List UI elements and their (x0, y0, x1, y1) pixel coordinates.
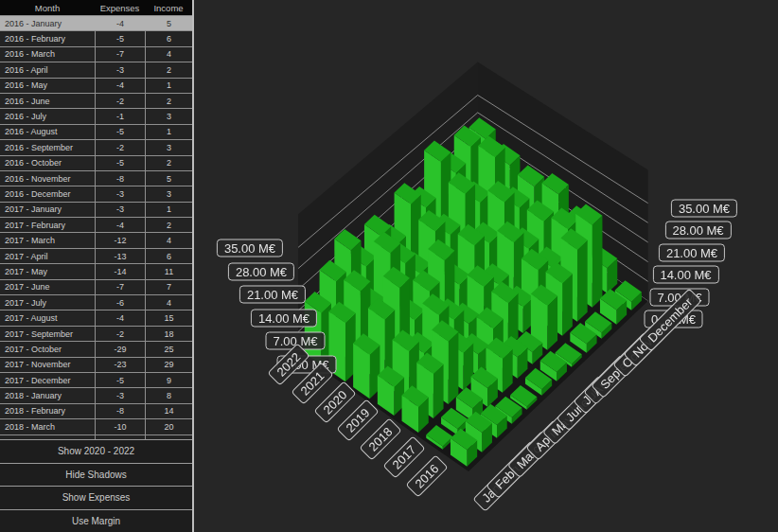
expenses-cell: -8 (95, 171, 145, 186)
table-row[interactable]: 2016 - April-32 (0, 62, 192, 78)
table-body: 2016 - January-452016 - February-562016 … (0, 16, 192, 439)
table-row[interactable]: 2016 - September-23 (0, 140, 192, 155)
table-row[interactable]: 2017 - December-59 (0, 373, 192, 388)
income-cell: 5 (145, 16, 192, 30)
expenses-cell: -5 (95, 31, 145, 45)
table-row[interactable]: 2018 - March-1020 (0, 419, 192, 434)
table-row[interactable]: 2018 - January-38 (0, 388, 192, 403)
expenses-cell: -6 (95, 295, 145, 310)
expenses-cell: -12 (95, 233, 145, 247)
value-axis-label-right: 35.00 M€ (671, 200, 737, 218)
table-row[interactable]: 2016 - October-52 (0, 156, 192, 171)
table-row[interactable]: 2017 - March-124 (0, 233, 192, 248)
expenses-cell: -3 (95, 62, 145, 77)
expenses-cell: -2 (95, 94, 145, 108)
value-axis-label-left: 21.00 M€ (239, 286, 306, 304)
income-cell: 9 (145, 373, 192, 387)
table-row[interactable]: 2017 - August-415 (0, 310, 192, 326)
income-cell: 8 (145, 388, 192, 402)
month-cell: 2016 - May (0, 79, 95, 93)
col-header-month: Month (0, 3, 95, 13)
expenses-cell: -5 (95, 125, 145, 139)
table-row[interactable]: 2016 - November-85 (0, 171, 192, 186)
month-cell: 2016 - November (0, 171, 95, 186)
table-row[interactable]: 2017 - July-64 (0, 295, 192, 310)
col-header-expenses: Expenses (95, 3, 145, 13)
expenses-cell: -3 (95, 388, 145, 402)
use-margin-button[interactable]: Use Margin (0, 509, 192, 532)
month-cell: 2016 - December (0, 186, 95, 201)
month-cell: 2018 - January (0, 388, 95, 402)
month-cell: 2017 - April (0, 249, 95, 263)
month-cell: 2016 - August (0, 125, 95, 139)
month-cell: 2017 - February (0, 218, 95, 232)
income-cell: 1 (145, 203, 192, 217)
table-row[interactable]: 2017 - February-42 (0, 218, 192, 233)
table-row[interactable]: 2016 - February-56 (0, 31, 192, 46)
expenses-cell: -4 (95, 310, 145, 325)
table-row[interactable]: 2017 - October-2925 (0, 342, 192, 357)
table-row[interactable]: 2018 - February-814 (0, 404, 192, 419)
table-row[interactable]: 2017 - May-1411 (0, 264, 192, 279)
month-cell: 2016 - February (0, 31, 95, 45)
table-row[interactable]: 2016 - January-45 (0, 16, 192, 31)
month-cell: 2017 - May (0, 264, 95, 278)
month-cell: 2017 - January (0, 203, 95, 217)
income-cell: 6 (145, 31, 192, 45)
value-axis-label-left: 35.00 M€ (217, 239, 283, 257)
table-row[interactable]: 2016 - July-13 (0, 109, 192, 124)
expenses-cell: -4 (95, 16, 145, 30)
income-cell: 2 (145, 62, 192, 77)
income-cell: 7 (145, 280, 192, 294)
month-cell: 2018 - February (0, 404, 95, 418)
month-cell: 2016 - March (0, 47, 95, 62)
month-cell: 2016 - September (0, 140, 95, 154)
value-axis-label-right: 28.00 M€ (664, 222, 731, 239)
income-cell: 14 (145, 404, 192, 418)
income-cell: 4 (145, 47, 192, 62)
expenses-cell: -7 (95, 280, 145, 294)
value-axis-label-right: 21.00 M€ (659, 243, 725, 261)
value-axis-label-left: 14.00 M€ (251, 309, 317, 327)
table-row[interactable]: 2017 - January-31 (0, 203, 192, 218)
expenses-cell: -3 (95, 186, 145, 201)
month-cell: 2016 - July (0, 109, 95, 123)
income-cell: 20 (145, 419, 192, 434)
col-header-income: Income (145, 3, 192, 13)
expenses-cell: -5 (95, 373, 145, 387)
income-cell: 15 (145, 310, 192, 325)
show-years-button[interactable]: Show 2020 - 2022 (0, 439, 192, 463)
month-cell: 2017 - December (0, 373, 95, 387)
month-cell: 2016 - January (0, 16, 95, 30)
table-row[interactable]: 2016 - August-51 (0, 125, 192, 140)
hide-shadows-button[interactable]: Hide Shadows (0, 463, 192, 487)
table-row[interactable]: 2016 - June-22 (0, 94, 192, 109)
table-row[interactable]: 2017 - September-218 (0, 327, 192, 342)
month-cell: 2018 - March (0, 419, 95, 434)
expenses-cell: -2 (95, 327, 145, 341)
month-cell: 2017 - June (0, 280, 95, 294)
bar3d-chart: 35.00 M€28.00 M€21.00 M€14.00 M€7.00 M€0… (194, 0, 778, 532)
expenses-cell: -8 (95, 404, 145, 418)
expenses-cell: -13 (95, 249, 145, 263)
month-cell: 2017 - July (0, 295, 95, 310)
button-stack: Show 2020 - 2022 Hide Shadows Show Expen… (0, 439, 192, 532)
expenses-cell: -4 (95, 218, 145, 232)
show-expenses-button[interactable]: Show Expenses (0, 486, 192, 509)
table-row[interactable]: 2016 - December-33 (0, 186, 192, 202)
income-cell: 11 (145, 264, 192, 278)
table-row[interactable]: 2016 - March-74 (0, 47, 192, 62)
expenses-cell: -14 (95, 264, 145, 278)
table-row[interactable]: 2017 - June-77 (0, 280, 192, 295)
table-row[interactable]: 2017 - November-2329 (0, 358, 192, 373)
month-cell: 2016 - June (0, 94, 95, 108)
table-row[interactable]: 2017 - April-136 (0, 249, 192, 264)
month-cell: 2017 - August (0, 310, 95, 325)
expenses-cell: -5 (95, 156, 145, 170)
income-cell: 2 (145, 218, 192, 232)
expenses-cell: -10 (95, 419, 145, 434)
income-cell: 3 (145, 109, 192, 123)
income-cell: 1 (145, 125, 192, 139)
month-cell: 2016 - October (0, 156, 95, 170)
table-row[interactable]: 2016 - May-41 (0, 79, 192, 94)
